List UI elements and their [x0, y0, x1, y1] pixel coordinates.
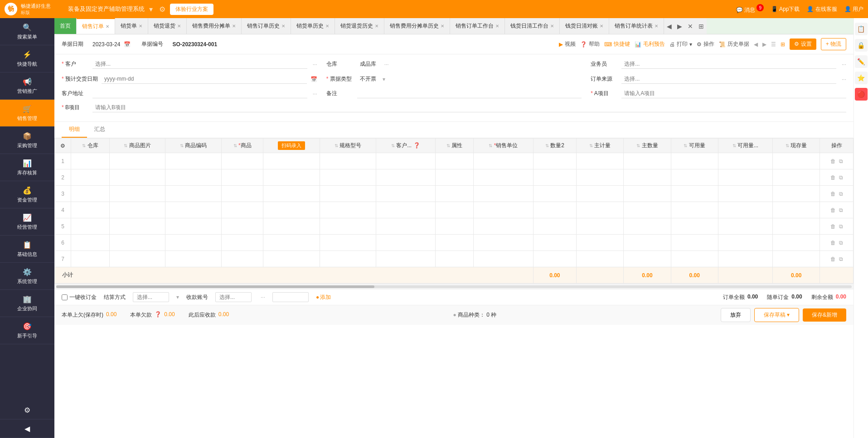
- row-attribute-7[interactable]: [435, 251, 474, 267]
- row-main-unit-4[interactable]: [577, 202, 624, 218]
- next-record-btn[interactable]: ▶: [762, 41, 766, 48]
- row-sales-unit-1[interactable]: [474, 153, 533, 169]
- row-delete-btn-3[interactable]: 🗑: [830, 191, 836, 197]
- tab-order-history[interactable]: 销售订单历史 ✕: [242, 18, 291, 34]
- row-customer-ref-2[interactable]: [376, 169, 435, 186]
- row-product-code-4[interactable]: [165, 202, 222, 218]
- row-product-7[interactable]: [222, 251, 263, 267]
- user-btn[interactable]: 👤 用户: [844, 5, 863, 13]
- row-qty2-2[interactable]: [533, 169, 577, 186]
- row-main-unit-5[interactable]: [577, 218, 624, 235]
- scrollbar-thumb[interactable]: [56, 285, 374, 288]
- row-available2-4[interactable]: [718, 202, 772, 218]
- discard-button[interactable]: 放弃: [721, 308, 751, 322]
- tab-home[interactable]: 首页: [54, 18, 77, 34]
- row-main-qty-5[interactable]: [624, 218, 671, 235]
- tab-cash-workbench[interactable]: 钱货日清工作台 ✕: [505, 18, 560, 34]
- sidebar-item-finance[interactable]: 💰 资金管理: [0, 181, 54, 208]
- tab-next-btn[interactable]: ▶: [674, 18, 685, 34]
- message-btn[interactable]: 💬 消息 9: [736, 4, 764, 14]
- row-attribute-6[interactable]: [435, 235, 474, 251]
- row-product-4[interactable]: [222, 202, 263, 218]
- row-main-qty-1[interactable]: [624, 153, 671, 169]
- sidebar-item-system[interactable]: ⚙️ 系统管理: [0, 263, 54, 290]
- row-delete-btn-7[interactable]: 🗑: [830, 256, 836, 262]
- row-main-unit-2[interactable]: [577, 169, 624, 186]
- row-qty2-1[interactable]: [533, 153, 577, 169]
- row-copy-btn-7[interactable]: ⧉: [839, 256, 843, 262]
- row-copy-btn-6[interactable]: ⧉: [839, 240, 843, 246]
- tab-close-order-workbench[interactable]: ✕: [495, 24, 499, 29]
- row-available2-1[interactable]: [718, 153, 772, 169]
- row-product-image-5[interactable]: [109, 218, 165, 235]
- tab-refund-history[interactable]: 销货退货历史 ✕: [335, 18, 384, 34]
- sidebar-item-guide[interactable]: 🎯 新手引导: [0, 317, 54, 344]
- row-delete-btn-2[interactable]: 🗑: [830, 174, 836, 181]
- right-icon-clipboard[interactable]: 📋: [855, 23, 868, 35]
- customer-input[interactable]: [92, 59, 307, 69]
- tab-grid-btn[interactable]: ⊞: [696, 18, 707, 34]
- row-available-4[interactable]: [671, 202, 718, 218]
- row-main-unit-3[interactable]: [577, 186, 624, 202]
- list-view-btn[interactable]: ☰: [771, 41, 776, 48]
- tab-close-sales-order[interactable]: ✕: [106, 24, 109, 29]
- add-payment-btn[interactable]: ● 添加: [316, 294, 331, 301]
- customer-address-input[interactable]: [92, 89, 307, 98]
- row-attribute-2[interactable]: [435, 169, 474, 186]
- b-project-input[interactable]: [92, 103, 846, 112]
- row-available-6[interactable]: [671, 235, 718, 251]
- row-copy-btn-4[interactable]: ⧉: [839, 207, 843, 213]
- settings-icon[interactable]: ⚙: [159, 5, 165, 14]
- row-available-5[interactable]: [671, 218, 718, 235]
- row-available2-7[interactable]: [718, 251, 772, 267]
- tab-more-btn[interactable]: ✕: [685, 18, 696, 34]
- row-current-stock-1[interactable]: [773, 153, 820, 169]
- save-draft-button[interactable]: 保存草稿 ▾: [754, 308, 799, 322]
- row-warehouse-4[interactable]: [71, 202, 110, 218]
- save-new-button[interactable]: 保存&新增: [803, 308, 846, 322]
- table-tab-summary[interactable]: 汇总: [87, 122, 112, 138]
- save-draft-chevron[interactable]: ▾: [787, 312, 790, 318]
- row-product-image-1[interactable]: [109, 153, 165, 169]
- row-product-image-4[interactable]: [109, 202, 165, 218]
- row-customer-ref-1[interactable]: [376, 153, 435, 169]
- row-product-code-5[interactable]: [165, 218, 222, 235]
- row-sales-unit-6[interactable]: [474, 235, 533, 251]
- row-available2-6[interactable]: [718, 235, 772, 251]
- sidebar-item-search[interactable]: 🔍 搜索菜单: [0, 18, 54, 45]
- row-main-qty-3[interactable]: [624, 186, 671, 202]
- row-available2-2[interactable]: [718, 169, 772, 186]
- row-product-image-2[interactable]: [109, 169, 165, 186]
- table-tab-detail[interactable]: 明细: [62, 122, 87, 138]
- print-btn[interactable]: 🖨 打印 ▾: [669, 40, 692, 48]
- right-icon-lock[interactable]: 🔒: [855, 39, 868, 52]
- row-delete-btn-5[interactable]: 🗑: [830, 223, 836, 230]
- row-attribute-1[interactable]: [435, 153, 474, 169]
- row-spec-1[interactable]: [320, 153, 376, 169]
- tab-cash-reconcile[interactable]: 钱货日清对账 ✕: [560, 18, 609, 34]
- chevron-down-icon[interactable]: ▾: [149, 5, 153, 14]
- operation-btn[interactable]: ⚙ 操作: [697, 40, 714, 48]
- row-warehouse-3[interactable]: [71, 186, 110, 202]
- row-current-stock-4[interactable]: [773, 202, 820, 218]
- row-spec-2[interactable]: [320, 169, 376, 186]
- payment-method-input[interactable]: [133, 292, 169, 302]
- row-delete-btn-1[interactable]: 🗑: [830, 158, 836, 164]
- row-current-stock-6[interactable]: [773, 235, 820, 251]
- row-product-code-6[interactable]: [165, 235, 222, 251]
- row-main-qty-6[interactable]: [624, 235, 671, 251]
- row-main-unit-7[interactable]: [577, 251, 624, 267]
- salesperson-input[interactable]: [621, 59, 836, 69]
- account-more-btn[interactable]: ···: [261, 294, 265, 300]
- order-source-more-btn[interactable]: ···: [842, 76, 846, 82]
- payment-method-chevron[interactable]: ▾: [176, 294, 179, 300]
- row-qty2-7[interactable]: [533, 251, 577, 267]
- tab-close-order-stats[interactable]: ✕: [655, 24, 658, 29]
- row-customer-ref-4[interactable]: [376, 202, 435, 218]
- row-copy-btn-2[interactable]: ⧉: [839, 174, 843, 181]
- row-spec-4[interactable]: [320, 202, 376, 218]
- row-warehouse-1[interactable]: [71, 153, 110, 169]
- row-warehouse-5[interactable]: [71, 218, 110, 235]
- history-btn[interactable]: 📜 历史单据: [719, 40, 749, 48]
- horizontal-scrollbar[interactable]: [54, 284, 853, 289]
